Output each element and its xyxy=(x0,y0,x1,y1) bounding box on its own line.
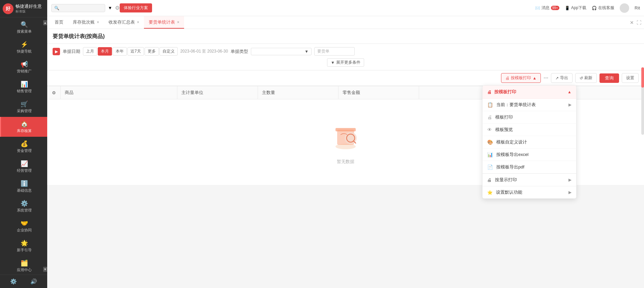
date-more[interactable]: 更多 xyxy=(145,47,159,56)
dropdown-set-default[interactable]: ⭐ 设置默认功能 ▶ xyxy=(482,186,576,198)
date-range-display: 2023-06-01 至 2023-06-30 xyxy=(180,49,228,54)
dropdown-template-preview[interactable]: 👁 模板预览 xyxy=(482,124,576,136)
display-print-label: 按显示打印 xyxy=(495,177,517,183)
tab-home[interactable]: 首页 xyxy=(50,16,68,29)
tab-receipt-summary[interactable]: 收发存汇总表 × xyxy=(104,16,144,29)
date-last-7-days[interactable]: 近7天 xyxy=(127,47,144,56)
settings-icon[interactable]: ⚙️ xyxy=(10,278,17,285)
date-this-year[interactable]: 本年 xyxy=(113,47,127,56)
th-amount: 零售金额 xyxy=(339,86,419,99)
app-download-item[interactable]: 📱 App下载 xyxy=(565,5,586,11)
scrollbar-thumb[interactable] xyxy=(641,67,644,88)
export-button[interactable]: ↗ 导出 xyxy=(551,73,573,83)
tab-demand-label: 要货单统计表 xyxy=(149,19,175,25)
query-button[interactable]: 查询 xyxy=(599,73,619,83)
toolbar-more-icon[interactable]: ••• xyxy=(544,75,548,81)
th-product: 商品 xyxy=(61,86,177,99)
avatar[interactable] xyxy=(620,3,629,13)
sidebar-item-collab[interactable]: 🤝 企业协同 xyxy=(0,216,47,236)
appstore-icon: 🗂️ xyxy=(21,259,28,267)
audio-icon[interactable]: 🔊 xyxy=(30,278,37,285)
sidebar-item-marketing[interactable]: 📢 营销推广 xyxy=(0,57,47,77)
sidebar-item-shortcut[interactable]: ⚡ 快捷导航 xyxy=(0,37,47,57)
window-controls: ✕ ⛶ xyxy=(630,16,641,29)
dropdown-current-template[interactable]: 📋 当前：要货单统计表 ▶ xyxy=(482,99,576,111)
export-pdf-label: 按模板导出pdf xyxy=(496,164,524,170)
tab-demand-close[interactable]: × xyxy=(177,20,179,25)
date-custom[interactable]: 自定义 xyxy=(159,47,178,56)
display-print-left: 🖨 按显示打印 xyxy=(487,177,517,183)
sidebar-item-search[interactable]: 🔍 搜索菜单 xyxy=(0,18,47,37)
order-type-select[interactable]: ▼ xyxy=(251,48,312,55)
th-qty: 主数量 xyxy=(258,86,339,99)
finance-icon: 💰 xyxy=(21,140,28,148)
online-service-label: 在线客服 xyxy=(598,5,614,11)
dropdown-export-excel[interactable]: 📊 按模板导出excel xyxy=(482,149,576,161)
print-chevron-up: ▲ xyxy=(532,76,536,81)
shortcut-icon: ⚡ xyxy=(21,41,28,48)
order-type-chevron: ▼ xyxy=(304,49,309,54)
topbar-dropdown-arrow[interactable]: ▼ xyxy=(108,5,112,10)
date-last-month[interactable]: 上月 xyxy=(83,47,97,56)
topbar: 🔍 ▼ ⚙ 体验行业方案 ✉️ 消息 99+ 📱 App下载 🎧 在线客服 Ri… xyxy=(47,0,644,16)
sidebar-item-basic[interactable]: ℹ️ 基础信息 xyxy=(0,177,47,196)
sidebar-item-inventory[interactable]: 🏠 库存核算 xyxy=(0,117,47,137)
tab-batch[interactable]: 库存批次账 × xyxy=(68,16,104,29)
filter-row: ▶ 单据日期 上月 本月 本年 近7天 更多 自定义 2023-06-01 至 … xyxy=(53,47,639,56)
export-icon: ↗ xyxy=(555,76,559,81)
print-dropdown-header[interactable]: 🖨 按模板打印 ▲ xyxy=(482,86,576,99)
filter-collapse-button[interactable]: ▶ xyxy=(53,48,60,55)
username-label: Rit xyxy=(635,5,640,10)
operation-icon: 📈 xyxy=(21,160,28,167)
window-expand-btn[interactable]: ⛶ xyxy=(637,20,641,25)
online-service-item[interactable]: 🎧 在线客服 xyxy=(592,5,614,11)
tab-batch-close[interactable]: × xyxy=(97,20,99,25)
dropdown-export-pdf[interactable]: 📄 按模板导出pdf xyxy=(482,161,576,173)
marketing-icon: 📢 xyxy=(21,61,28,68)
basic-icon: ℹ️ xyxy=(21,180,28,187)
svg-rect-2 xyxy=(335,128,356,131)
sidebar: 好 畅捷通好生意 标准版 ▲ 🔍 搜索菜单 ⚡ 快捷导航 📢 营销推广 📊 销售… xyxy=(0,0,47,288)
expand-conditions-button[interactable]: ▼ 展开更多条件 xyxy=(327,58,364,67)
sidebar-item-finance[interactable]: 💰 资金管理 xyxy=(0,137,47,157)
sidebar-scroll-up[interactable]: ▲ xyxy=(43,20,47,25)
logo-icon: 好 xyxy=(3,3,13,14)
sidebar-item-sales[interactable]: 📊 销售管理 xyxy=(0,77,47,97)
sidebar-item-appstore[interactable]: 🗂️ 应用中心 xyxy=(0,256,47,275)
tab-batch-label: 库存批次账 xyxy=(73,19,95,25)
page-header: 要货单统计表(按商品) xyxy=(47,29,644,44)
tab-receipt-label: 收发存汇总表 xyxy=(109,19,135,25)
dropdown-chevron-up: ▲ xyxy=(567,90,572,94)
message-item[interactable]: ✉️ 消息 99+ xyxy=(535,5,559,11)
tab-receipt-close[interactable]: × xyxy=(137,20,139,25)
print-template-button[interactable]: 🖨 按模板打印 ▲ xyxy=(501,73,541,83)
system-icon: ⚙️ xyxy=(21,200,28,207)
date-this-month[interactable]: 本月 xyxy=(98,47,112,56)
dropdown-display-print[interactable]: 🖨 按显示打印 ▶ xyxy=(482,173,576,186)
sidebar-item-operation[interactable]: 📈 经营管理 xyxy=(0,157,47,177)
refresh-button[interactable]: ↺ 刷新 xyxy=(575,73,597,83)
sidebar-item-system[interactable]: ⚙️ 系统管理 xyxy=(0,196,47,216)
right-scrollbar[interactable] xyxy=(641,67,644,135)
th-settings[interactable]: ⚙ xyxy=(47,86,61,99)
dropdown-template-print[interactable]: 🖨 模板打印 xyxy=(482,111,576,124)
empty-icon xyxy=(329,120,362,153)
topbar-search-box[interactable]: 🔍 xyxy=(51,4,105,12)
dropdown-template-custom[interactable]: 🎨 模板自定义设计 xyxy=(482,136,576,149)
sidebar-scroll-down[interactable]: ▼ xyxy=(43,267,47,272)
export-excel-label: 按模板导出excel xyxy=(496,152,528,158)
message-badge: 99+ xyxy=(551,6,559,10)
trial-button[interactable]: 体验行业方案 xyxy=(120,3,152,12)
topbar-gear-icon[interactable]: ⚙ xyxy=(115,5,120,11)
window-close-btn[interactable]: ✕ xyxy=(630,20,634,25)
sidebar-item-guide[interactable]: 🌟 新手引导 xyxy=(0,236,47,256)
template-print-label: 模板打印 xyxy=(495,114,513,120)
sidebar-item-purchase[interactable]: 🛒 采购管理 xyxy=(0,97,47,117)
demand-goods-select[interactable]: 要货单 xyxy=(314,47,355,56)
tab-demand-stat[interactable]: 要货单统计表 × xyxy=(144,16,184,29)
print-template-label: 按模板打印 xyxy=(511,75,531,81)
settings-button[interactable]: 设置 xyxy=(622,73,639,83)
refresh-icon: ↺ xyxy=(580,76,583,81)
set-default-left: ⭐ 设置默认功能 xyxy=(487,189,522,195)
template-preview-icon: 👁 xyxy=(487,127,492,132)
